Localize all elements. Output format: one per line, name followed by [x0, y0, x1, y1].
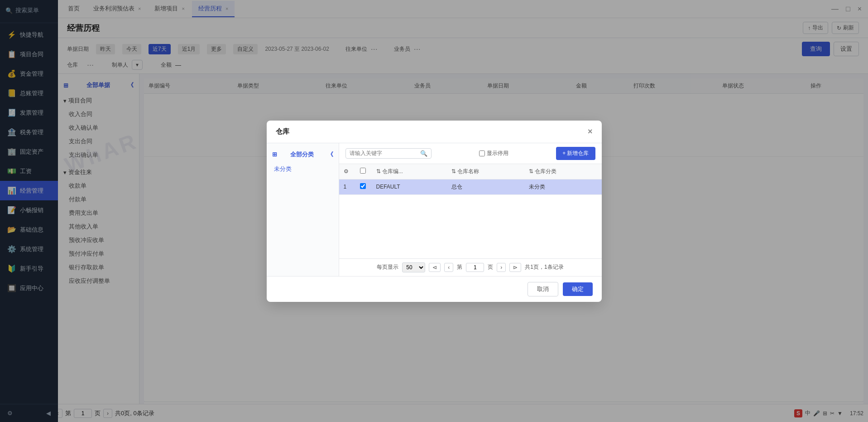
modal-per-page-label: 每页显示 — [377, 263, 398, 271]
modal-unclassified-item[interactable]: 未分类 — [267, 161, 339, 177]
modal-overlay: 仓库 × ⊞ 全部分类 《 未分类 — [0, 0, 868, 422]
col-name-header: ⇅ 仓库名称 — [447, 164, 524, 179]
modal-close-icon[interactable]: × — [588, 127, 593, 136]
modal-left-panel: ⊞ 全部分类 《 未分类 — [267, 143, 339, 276]
disabled-checkbox[interactable] — [479, 150, 485, 156]
modal-title: 仓库 — [276, 127, 289, 136]
select-all-checkbox[interactable] — [360, 168, 366, 174]
modal-next-btn[interactable]: › — [497, 263, 506, 272]
modal-prev-btn[interactable]: ‹ — [444, 263, 453, 272]
modal-page-input[interactable] — [466, 263, 484, 272]
row-seq: 1 — [339, 179, 355, 194]
row-name: 总仓 — [447, 179, 524, 194]
modal-all-label: 全部分类 — [290, 150, 314, 159]
modal-per-page-select[interactable]: 50 100 — [402, 262, 425, 272]
modal-left-header[interactable]: ⊞ 全部分类 《 — [267, 148, 339, 161]
modal-actions: 取消 确定 — [267, 276, 602, 302]
row-checkbox-cell[interactable] — [355, 179, 372, 194]
modal-page-label: 第 — [457, 263, 462, 271]
show-disabled-checkbox[interactable]: 显示停用 — [479, 150, 508, 157]
modal-search-box: 🔍 — [345, 148, 432, 159]
table-row[interactable]: 1 DEFAULT 总仓 未分类 — [339, 179, 602, 194]
modal-body: ⊞ 全部分类 《 未分类 🔍 显示停用 — [267, 143, 602, 276]
grid-icon: ⊞ — [272, 151, 277, 158]
row-category: 未分类 — [524, 179, 602, 194]
sort-icon: ⇅ — [376, 168, 381, 175]
modal-right-panel: 🔍 显示停用 + 新增仓库 ⚙ — [339, 143, 602, 276]
add-warehouse-button[interactable]: + 新增仓库 — [556, 147, 595, 160]
modal-table-wrap: ⚙ ⇅ 仓库编... ⇅ 仓库名称 — [339, 164, 602, 258]
modal-footer-bar: 每页显示 50 100 ⊲ ‹ 第 页 › ⊳ 共1页，1条记录 — [339, 258, 602, 276]
modal-unclassified-label: 未分类 — [274, 165, 292, 172]
warehouse-modal: 仓库 × ⊞ 全部分类 《 未分类 — [267, 121, 602, 302]
modal-search-input[interactable] — [350, 150, 417, 156]
col-code-header: ⇅ 仓库编... — [372, 164, 447, 179]
confirm-button[interactable]: 确定 — [563, 282, 593, 296]
modal-header: 仓库 × — [267, 121, 602, 143]
col-category-header: ⇅ 仓库分类 — [524, 164, 602, 179]
row-checkbox[interactable] — [360, 183, 366, 189]
modal-table: ⚙ ⇅ 仓库编... ⇅ 仓库名称 — [339, 164, 602, 195]
modal-collapse-icon[interactable]: 《 — [327, 150, 333, 159]
modal-last-btn[interactable]: ⊳ — [509, 263, 521, 272]
modal-toolbar: 🔍 显示停用 + 新增仓库 — [339, 143, 602, 164]
col-settings-icon[interactable]: ⚙ — [339, 164, 355, 179]
sort-icon-2: ⇅ — [451, 168, 456, 175]
search-icon: 🔍 — [420, 150, 427, 157]
row-code: DEFAULT — [372, 179, 447, 194]
col-checkbox — [355, 164, 372, 179]
modal-page-suffix: 页 — [488, 263, 493, 271]
modal-total-label: 共1页，1条记录 — [525, 263, 563, 271]
modal-first-btn[interactable]: ⊲ — [429, 263, 441, 272]
modal-table-header: ⚙ ⇅ 仓库编... ⇅ 仓库名称 — [339, 164, 602, 179]
cancel-button[interactable]: 取消 — [528, 282, 558, 296]
show-disabled-label: 显示停用 — [487, 150, 508, 157]
sort-icon-3: ⇅ — [529, 168, 533, 175]
